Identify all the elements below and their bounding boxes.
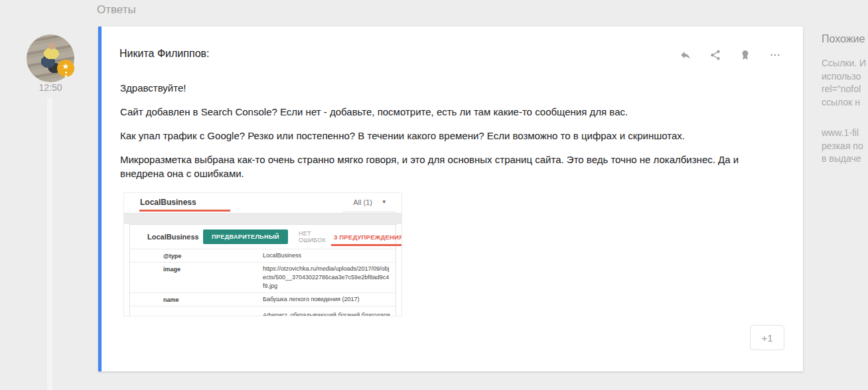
row-value: Аферист, обкрадывающий богачей благодаря… xyxy=(263,308,396,316)
more-icon[interactable] xyxy=(769,49,781,61)
answer-card: Никита Филиппов: Здравствуйте! Сайт доба… xyxy=(98,27,803,371)
author-name[interactable]: Никита Филиппов: xyxy=(119,48,209,60)
row-value: LocalBusiness xyxy=(263,251,396,260)
sidebar-title: Похожие xyxy=(822,33,865,45)
row-key xyxy=(130,308,263,316)
reply-icon[interactable] xyxy=(680,49,691,61)
embedded-screenshot[interactable]: LocalBusiness All (1) ▾ LocalBusiness ПР… xyxy=(123,192,402,316)
row-key: image xyxy=(130,265,263,291)
table-row: Аферист, обкрадывающий богачей благодаря… xyxy=(130,306,396,316)
thread-line xyxy=(47,98,52,390)
sidebar-item-line: www.1-fil xyxy=(822,127,863,140)
row-key: @type xyxy=(130,251,263,260)
answer-paragraph: Микроразметка выбрана как-то очень стран… xyxy=(120,153,784,180)
sidebar-similar-item[interactable]: Ссылки. И использо rel="nofol ссылок н xyxy=(822,57,866,109)
filter-underline xyxy=(343,212,396,212)
caret-down-icon: ▾ xyxy=(382,198,386,205)
sidebar-item-line: rel="nofol xyxy=(822,83,866,96)
badge-dots xyxy=(65,72,67,74)
result-type: LocalBusiness xyxy=(147,233,195,241)
answer-actions xyxy=(680,49,781,61)
answer-body: Здравствуйте! Сайт добавлен в Search Con… xyxy=(120,81,784,190)
answer-paragraph: Здравствуйте! xyxy=(120,81,784,95)
sidebar-similar-item[interactable]: www.1-fil резкая по в выдаче xyxy=(822,127,863,166)
warnings-status: 3 ПРЕДУПРЕЖДЕНИЯ xyxy=(334,233,402,241)
star-icon: ★ xyxy=(62,63,70,70)
row-value: https://otzovichka.ru/media/uploads/2017… xyxy=(263,265,396,291)
entity-name: LocalBusiness xyxy=(140,198,196,207)
sidebar-item-line: Ссылки. И xyxy=(822,57,866,70)
sidebar-item-line: ссылок н xyxy=(822,96,866,109)
table-row: @type LocalBusiness xyxy=(130,249,396,263)
section-title: Ответы xyxy=(97,3,136,17)
answer-paragraph: Сайт добавлен в Search Console? Если нет… xyxy=(120,105,784,119)
result-card: LocalBusiness ПРЕДВАРИТЕЛЬНЫЙ НЕТ ОШИБОК… xyxy=(129,224,396,316)
entity-underline xyxy=(139,210,230,212)
answer-timestamp: 12:50 xyxy=(27,82,74,93)
award-icon[interactable] xyxy=(739,49,751,61)
sidebar-item-line: в выдаче xyxy=(822,153,863,166)
share-icon[interactable] xyxy=(709,49,721,61)
answer-paragraph: Как упал трафик с Google? Резко или пост… xyxy=(120,129,784,143)
sidebar-item-line: использо xyxy=(822,70,866,84)
sidebar-item-line: резкая по xyxy=(822,140,863,153)
row-key: name xyxy=(130,295,263,304)
row-value: Бабушка легкого поведения (2017) xyxy=(263,295,396,304)
table-row: name Бабушка легкого поведения (2017) xyxy=(130,293,396,306)
chevron-up-icon xyxy=(401,235,402,241)
answers-page: Ответы ★ 12:50 Никита Филиппов: Здравств… xyxy=(0,0,868,390)
preview-button: ПРЕДВАРИТЕЛЬНЫЙ xyxy=(203,229,288,244)
filter-value: All (1) xyxy=(353,198,372,206)
table-row: image https://otzovichka.ru/media/upload… xyxy=(130,263,396,293)
screenshot-toolbar: LocalBusiness All (1) ▾ xyxy=(124,193,401,214)
result-header: LocalBusiness ПРЕДВАРИТЕЛЬНЫЙ НЕТ ОШИБОК… xyxy=(130,225,396,249)
screenshot-gap xyxy=(124,214,401,224)
author-badge: ★ xyxy=(57,60,74,77)
errors-status: НЕТ ОШИБОК xyxy=(299,230,326,243)
plus-one-button[interactable]: +1 xyxy=(750,325,784,350)
